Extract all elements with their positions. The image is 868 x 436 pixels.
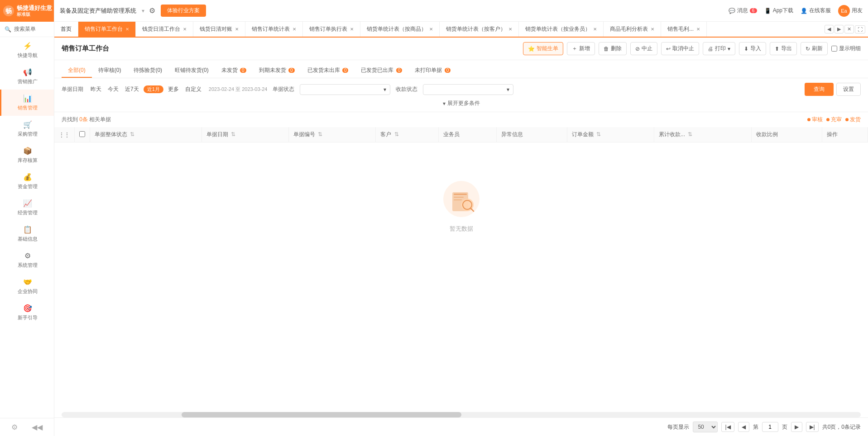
tab-gross-profit[interactable]: 商品毛利分析表 ✕ — [604, 22, 661, 37]
page-first-btn[interactable]: |◀ — [721, 422, 734, 432]
tab-cash-reconcile[interactable]: 钱货日清对账 ✕ — [193, 22, 245, 37]
refresh-btn[interactable]: ↻ 刷新 — [801, 42, 828, 55]
export-btn[interactable]: ⬆ 导出 — [770, 42, 797, 55]
tab-sales-by-customer[interactable]: 销货单统计表（按客户） ✕ — [440, 22, 519, 37]
date-opt-custom[interactable]: 自定义 — [183, 85, 203, 94]
sub-tab-not-shipped[interactable]: 未发货 0 — [215, 64, 253, 78]
sidebar-item-quick-nav[interactable]: ⚡ 快捷导航 — [0, 37, 54, 63]
print-btn[interactable]: 🖨 打印 ▾ — [703, 42, 735, 55]
tab-sales-workbench[interactable]: 销售订单工作台 ✕ — [78, 22, 136, 37]
sort-icon[interactable]: ⇅ — [231, 131, 235, 137]
set-btn[interactable]: 设置 — [836, 83, 861, 96]
date-opt-more[interactable]: 更多 — [166, 85, 181, 94]
tab-sales-stats[interactable]: 销售订单统计表 ✕ — [245, 22, 303, 37]
tab-prev-btn[interactable]: ◀ — [825, 25, 834, 33]
tab-sales-more[interactable]: 销售毛利... ✕ — [661, 22, 707, 37]
payment-filter-select[interactable]: ▾ — [423, 84, 513, 95]
show-details-checkbox[interactable]: 显示明细 — [831, 45, 861, 52]
collapse-icon[interactable]: ◀◀ — [32, 423, 43, 431]
message-btn[interactable]: 💬 消息 6 — [729, 7, 757, 14]
page-prev-btn[interactable]: ◀ — [738, 422, 749, 432]
table-toolbar: 共找到 0条 相关单据 审核 充审 发货 — [54, 112, 868, 127]
new-btn[interactable]: ＋ 新增 — [567, 42, 595, 55]
sidebar-item-search[interactable]: 🔍 搜索菜单 — [0, 22, 54, 37]
expand-more-btn[interactable]: ▾ 展开更多条件 — [443, 100, 480, 107]
sub-tab-overdue[interactable]: 到期未发货 0 — [253, 64, 301, 78]
date-opt-7days[interactable]: 近7天 — [123, 85, 141, 94]
date-opt-today[interactable]: 今天 — [106, 85, 120, 94]
tab-maximize-btn[interactable]: ⛶ — [855, 25, 865, 33]
tab-sales-stats-label: 销售订单统计表 — [252, 25, 290, 33]
sub-tab-pending-inspect[interactable]: 待拣验货(0) — [127, 64, 168, 78]
page-last-btn[interactable]: ▶| — [806, 422, 819, 432]
tab-close-all-btn[interactable]: ✕ — [844, 25, 854, 33]
scrollbar-thumb[interactable] — [182, 412, 461, 417]
sort-icon[interactable]: ⇅ — [596, 131, 601, 137]
sort-icon[interactable]: ⇅ — [318, 131, 322, 137]
industry-btn[interactable]: 体验行业方案 — [161, 5, 206, 17]
tab-sales-exec[interactable]: 销售订单执行表 ✕ — [303, 22, 360, 37]
page-input[interactable] — [762, 422, 778, 432]
tab-close-icon[interactable]: ✕ — [125, 27, 129, 32]
online-service-btn[interactable]: 👤 在线客服 — [801, 7, 831, 14]
tab-close-icon[interactable]: ✕ — [293, 27, 296, 32]
tab-close-icon[interactable]: ✕ — [651, 27, 654, 32]
select-all-checkbox[interactable] — [79, 131, 85, 137]
topbar-gear-icon[interactable]: ⚙ — [149, 6, 155, 15]
tab-cash-daily[interactable]: 钱货日清工作台 ✕ — [136, 22, 193, 37]
tab-close-icon[interactable]: ✕ — [235, 27, 239, 32]
show-details-input[interactable] — [831, 46, 837, 52]
tab-home[interactable]: 首页 — [54, 22, 78, 37]
tab-sales-by-product[interactable]: 销货单统计表（按商品） ✕ — [360, 22, 440, 37]
sidebar-item-finance[interactable]: 💰 资金管理 — [0, 168, 54, 194]
status-filter-select[interactable]: ▾ — [300, 84, 390, 95]
cancel-stop-btn[interactable]: ↩ 取消中止 — [661, 42, 699, 55]
ship-action-btn[interactable]: 发货 — [845, 116, 861, 123]
tab-close-icon[interactable]: ✕ — [183, 27, 187, 32]
delete-btn[interactable]: 🗑 删除 — [599, 42, 627, 55]
sidebar-item-system[interactable]: ⚙ 系统管理 — [0, 247, 54, 273]
page-label: 第 — [753, 423, 758, 431]
tab-close-icon[interactable]: ✕ — [429, 27, 433, 32]
sidebar-item-basic-info[interactable]: 📋 基础信息 — [0, 221, 54, 247]
tab-close-icon[interactable]: ✕ — [508, 27, 512, 32]
sidebar-item-sales[interactable]: 📊 销售管理 — [0, 90, 54, 116]
tab-next-btn[interactable]: ▶ — [834, 25, 844, 33]
user-area[interactable]: Ea 用友 — [838, 5, 863, 17]
import-btn[interactable]: ⬇ 导入 — [739, 42, 766, 55]
system-title-arrow[interactable]: ▾ — [142, 8, 144, 14]
page-next-btn[interactable]: ▶ — [791, 422, 802, 432]
sidebar-item-marketing[interactable]: 📢 营销推广 — [0, 63, 54, 90]
sort-icon[interactable]: ⇅ — [688, 131, 692, 137]
horizontal-scrollbar[interactable] — [62, 412, 861, 417]
unreviewed-action-btn[interactable]: 充审 — [826, 116, 842, 123]
app-download-btn[interactable]: 📱 App下载 — [764, 7, 793, 14]
col-checkbox[interactable] — [75, 127, 90, 142]
sub-tab-pending-review[interactable]: 待审核(0) — [92, 64, 128, 78]
smart-gen-btn[interactable]: ⭐ 智能生单 — [523, 42, 563, 55]
sidebar-item-purchase[interactable]: 🛒 采购管理 — [0, 116, 54, 142]
date-opt-1month[interactable]: 近1月 — [144, 85, 163, 93]
sub-tab-all[interactable]: 全部(0) — [62, 64, 92, 78]
sub-tab-shipped-not-in[interactable]: 已发货未出库 0 — [301, 64, 355, 78]
sub-tab-not-printed[interactable]: 未打印单据 0 — [408, 64, 457, 78]
settings-icon[interactable]: ⚙ — [11, 423, 18, 431]
tab-sales-by-staff[interactable]: 销货单统计表（按业务员） ✕ — [519, 22, 604, 37]
query-btn[interactable]: 查询 — [805, 83, 834, 96]
sidebar-item-guide[interactable]: 🎯 新手引导 — [0, 299, 54, 326]
sort-icon[interactable]: ⇅ — [394, 131, 399, 137]
stop-btn[interactable]: ⊘ 中止 — [630, 42, 657, 55]
sidebar-item-operation[interactable]: 📈 经营管理 — [0, 194, 54, 221]
sidebar-item-enterprise[interactable]: 🤝 企业协同 — [0, 273, 54, 299]
sub-tab-shipped-out[interactable]: 已发货已出库 0 — [355, 64, 408, 78]
sort-icon[interactable]: ⇅ — [130, 131, 134, 137]
tab-close-icon[interactable]: ✕ — [350, 27, 354, 32]
date-opt-yesterday[interactable]: 昨天 — [89, 85, 103, 94]
tab-close-icon[interactable]: ✕ — [593, 27, 597, 32]
tab-close-icon[interactable]: ✕ — [696, 27, 700, 32]
sub-tab-wangpu[interactable]: 旺铺待发货(0) — [168, 64, 215, 78]
status-select-arrow: ▾ — [384, 86, 386, 93]
review-action-btn[interactable]: 审核 — [807, 116, 823, 123]
sidebar-item-inventory[interactable]: 📦 库存核算 — [0, 142, 54, 168]
per-page-select[interactable]: 50 100 — [693, 422, 718, 432]
